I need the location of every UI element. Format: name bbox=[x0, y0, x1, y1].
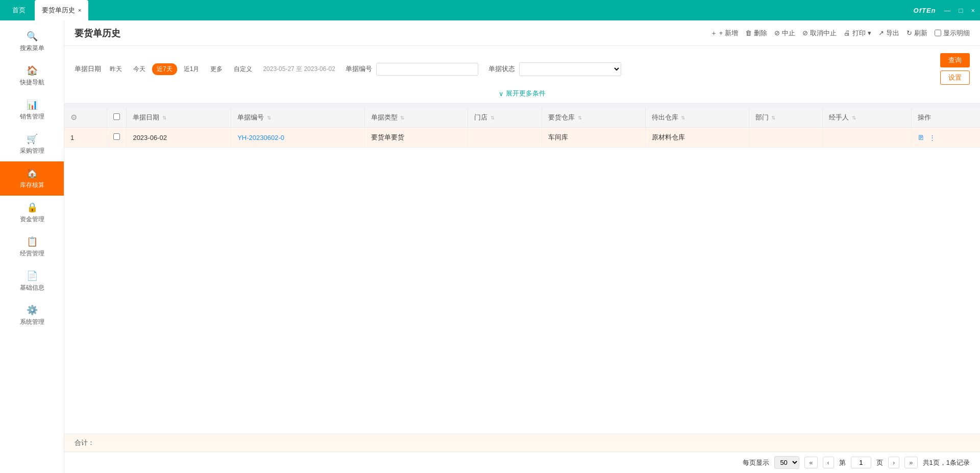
last-page-btn[interactable]: » bbox=[904, 457, 917, 468]
sidebar-item-system-mgmt[interactable]: ⚙️ 系统管理 bbox=[0, 298, 64, 333]
row-bill-no[interactable]: YH-20230602-0 bbox=[231, 128, 364, 148]
sort-pending-warehouse-icon[interactable]: ⇅ bbox=[681, 115, 685, 121]
date-buttons: 昨天 今天 近7天 近1月 更多 自定义 bbox=[105, 63, 257, 75]
print-label: 打印 bbox=[852, 29, 866, 38]
main-content: 要货单历史 ＋ + 新增 🗑 删除 ⊘ 中止 ⊘ 取消中止 bbox=[64, 20, 980, 473]
top-bar: 首页 要货单历史 × OfTEn — □ × bbox=[0, 0, 980, 20]
sort-dept-icon[interactable]: ⇅ bbox=[771, 115, 775, 121]
row-req-warehouse: 车间库 bbox=[542, 128, 645, 148]
col-pending-warehouse-label: 待出仓库 bbox=[652, 113, 678, 121]
export-label: 导出 bbox=[886, 29, 899, 38]
tab-label: 要货单历史 bbox=[42, 6, 75, 15]
col-action-label: 操作 bbox=[918, 113, 931, 121]
suspend-button[interactable]: ⊘ 中止 bbox=[774, 29, 795, 38]
select-all-checkbox[interactable] bbox=[113, 113, 120, 120]
col-store-label: 门店 bbox=[474, 113, 487, 121]
page-title: 要货单历史 bbox=[75, 27, 120, 39]
sort-store-icon[interactable]: ⇅ bbox=[491, 115, 495, 121]
date-btn-yesterday[interactable]: 昨天 bbox=[105, 63, 127, 75]
row-checkbox[interactable] bbox=[113, 133, 120, 140]
sidebar-item-finance-mgmt[interactable]: 🔒 资金管理 bbox=[0, 196, 64, 230]
header-actions: ＋ + 新增 🗑 删除 ⊘ 中止 ⊘ 取消中止 🖨 打印 bbox=[710, 29, 970, 38]
page-header: 要货单历史 ＋ + 新增 🗑 删除 ⊘ 中止 ⊘ 取消中止 bbox=[64, 20, 980, 46]
basic-info-icon: 📄 bbox=[27, 270, 38, 281]
tab-home[interactable]: 首页 bbox=[5, 0, 33, 20]
col-handler: 经手人 ⇅ bbox=[823, 108, 912, 128]
close-window-icon[interactable]: × bbox=[971, 7, 975, 14]
col-store: 门店 ⇅ bbox=[468, 108, 542, 128]
close-tab-icon[interactable]: × bbox=[78, 7, 81, 13]
brand-label: OfTEn bbox=[914, 7, 936, 14]
show-detail-checkbox[interactable]: 显示明细 bbox=[935, 29, 970, 38]
export-icon: ↗ bbox=[878, 29, 884, 37]
col-action: 操作 bbox=[911, 108, 980, 128]
row-view-icon[interactable]: 🖹 bbox=[918, 134, 924, 141]
sidebar-item-basic-info[interactable]: 📄 基础信息 bbox=[0, 264, 64, 298]
sort-date-icon[interactable]: ⇅ bbox=[162, 115, 166, 121]
add-label: + 新增 bbox=[719, 29, 738, 38]
page-input[interactable] bbox=[851, 457, 871, 468]
date-btn-1month[interactable]: 近1月 bbox=[179, 63, 204, 75]
bill-no-input[interactable] bbox=[376, 63, 478, 76]
filter-area: 单据日期 昨天 今天 近7天 近1月 更多 自定义 2023-05-27 至 2… bbox=[64, 46, 980, 104]
status-filter: 单据状态 bbox=[488, 62, 621, 76]
table-header-row: ⚙ 单据日期 ⇅ 单据编号 ⇅ bbox=[64, 108, 980, 128]
finance-icon: 🔒 bbox=[27, 202, 38, 213]
row-action: 🖹 ⋮ bbox=[911, 128, 980, 148]
date-btn-custom[interactable]: 自定义 bbox=[229, 63, 257, 75]
next-page-btn[interactable]: › bbox=[888, 457, 899, 468]
date-btn-7days[interactable]: 近7天 bbox=[152, 63, 177, 75]
col-setting[interactable]: ⚙ bbox=[64, 108, 107, 128]
expand-label: 展开更多条件 bbox=[506, 89, 546, 98]
sidebar-item-inventory-calc[interactable]: 🏠 库存核算 bbox=[0, 161, 64, 196]
col-req-warehouse-label: 要货仓库 bbox=[548, 113, 575, 121]
minimize-icon[interactable]: — bbox=[944, 7, 951, 14]
show-detail-input[interactable] bbox=[935, 30, 941, 36]
page-unit: 页 bbox=[876, 458, 883, 467]
maximize-icon[interactable]: □ bbox=[959, 7, 963, 14]
sidebar-item-quick-nav[interactable]: 🏠 快捷导航 bbox=[0, 59, 64, 93]
col-dept: 部门 ⇅ bbox=[749, 108, 823, 128]
cancel-suspend-button[interactable]: ⊘ 取消中止 bbox=[802, 29, 837, 38]
date-btn-more[interactable]: 更多 bbox=[206, 63, 227, 75]
settings-button[interactable]: 设置 bbox=[940, 70, 970, 85]
sort-bill-no-icon[interactable]: ⇅ bbox=[267, 115, 271, 121]
sales-icon: 📊 bbox=[27, 99, 38, 110]
sidebar-item-operation-mgmt[interactable]: 📋 经营管理 bbox=[0, 230, 64, 264]
sort-bill-type-icon[interactable]: ⇅ bbox=[400, 115, 404, 121]
row-more-icon[interactable]: ⋮ bbox=[929, 134, 936, 141]
operation-icon: 📋 bbox=[27, 236, 38, 247]
prev-page-btn[interactable]: ‹ bbox=[823, 457, 834, 468]
row-no: 1 bbox=[64, 128, 107, 148]
sidebar-item-sales-mgmt[interactable]: 📊 销售管理 bbox=[0, 93, 64, 127]
date-filter: 单据日期 昨天 今天 近7天 近1月 更多 自定义 2023-05-27 至 2… bbox=[75, 63, 335, 75]
first-page-btn[interactable]: « bbox=[804, 457, 817, 468]
status-select[interactable] bbox=[519, 62, 621, 76]
col-pending-warehouse: 待出仓库 ⇅ bbox=[645, 108, 749, 128]
sum-label: 合计： bbox=[75, 439, 94, 446]
per-page-select[interactable]: 50 bbox=[774, 456, 799, 469]
expand-more-button[interactable]: ∨ 展开更多条件 bbox=[75, 89, 970, 98]
export-button[interactable]: ↗ 导出 bbox=[878, 29, 899, 38]
delete-label: 删除 bbox=[754, 29, 767, 38]
tab-requisition-history[interactable]: 要货单历史 × bbox=[35, 0, 88, 20]
refresh-button[interactable]: ↻ 刷新 bbox=[906, 29, 927, 38]
sort-req-warehouse-icon[interactable]: ⇅ bbox=[578, 115, 582, 121]
show-detail-label: 显示明细 bbox=[943, 29, 970, 38]
sort-handler-icon[interactable]: ⇅ bbox=[852, 115, 856, 121]
column-setting-icon[interactable]: ⚙ bbox=[70, 113, 77, 122]
col-bill-type: 单据类型 ⇅ bbox=[364, 108, 468, 128]
suspend-label: 中止 bbox=[782, 29, 795, 38]
bill-no-link[interactable]: YH-20230602-0 bbox=[237, 134, 284, 141]
inventory-icon: 🏠 bbox=[27, 168, 38, 179]
row-store bbox=[468, 128, 542, 148]
delete-button[interactable]: 🗑 删除 bbox=[745, 29, 767, 38]
sidebar-item-search-menu[interactable]: 🔍 搜索菜单 bbox=[0, 25, 64, 59]
add-button[interactable]: ＋ + 新增 bbox=[710, 29, 738, 38]
query-button[interactable]: 查询 bbox=[940, 53, 970, 67]
col-bill-type-label: 单据类型 bbox=[371, 113, 398, 121]
date-btn-today[interactable]: 今天 bbox=[129, 63, 150, 75]
col-req-warehouse: 要货仓库 ⇅ bbox=[542, 108, 645, 128]
print-button[interactable]: 🖨 打印 ▾ bbox=[844, 29, 871, 38]
sidebar-item-purchase-mgmt[interactable]: 🛒 采购管理 bbox=[0, 127, 64, 161]
